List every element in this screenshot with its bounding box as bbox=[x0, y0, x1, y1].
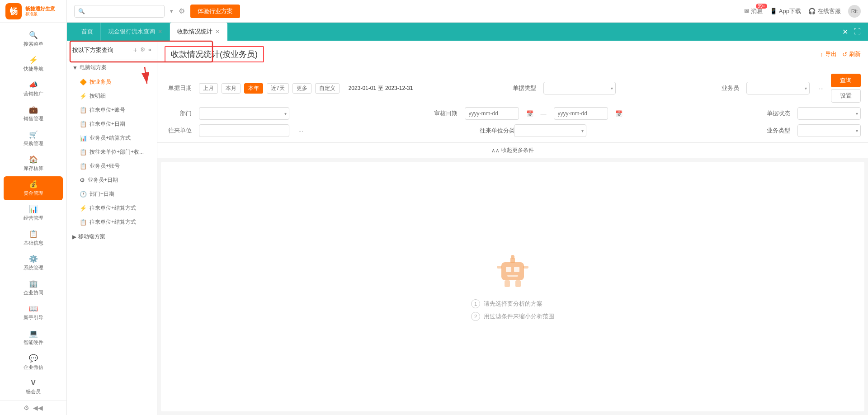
query-btn[interactable]: 查询 bbox=[831, 74, 861, 87]
scheme-item-unit-date[interactable]: 📋 往来单位+日期 bbox=[67, 117, 157, 131]
sidebar-item-finance[interactable]: 💰 资金管理 bbox=[4, 176, 63, 200]
sidebar-item-quick[interactable]: ⚡ 快捷导航 bbox=[4, 52, 63, 76]
tab-receipt[interactable]: 收款情况统计 ✕ bbox=[170, 23, 227, 41]
sidebar-item-enterprise[interactable]: 🏢 企业协同 bbox=[4, 276, 63, 300]
sidebar-item-system[interactable]: ⚙️ 系统管理 bbox=[4, 251, 63, 275]
custom-btn[interactable]: 自定义 bbox=[315, 83, 340, 94]
tabbar-maximize-icon[interactable]: ⛶ bbox=[854, 28, 861, 36]
topbar-search-box[interactable]: 🔍 bbox=[74, 5, 165, 18]
detail-scheme-icon: ⚡ bbox=[80, 93, 87, 99]
biz-type-select[interactable] bbox=[797, 124, 861, 137]
scheme-item-unit-account[interactable]: 📋 往来单位+账号 bbox=[67, 103, 157, 117]
empty-step-1: 1 请先选择要分析的方案 bbox=[471, 299, 554, 308]
tab-home[interactable]: 首页 bbox=[74, 23, 101, 41]
empty-step-2: 2 用过滤条件来缩小分析范围 bbox=[471, 312, 554, 321]
last7-btn[interactable]: 近7天 bbox=[267, 83, 289, 94]
refresh-btn[interactable]: ↺ 刷新 bbox=[842, 50, 861, 58]
salesman-more-btn[interactable]: ··· bbox=[819, 85, 824, 92]
tab-bank[interactable]: 现金银行流水查询 ✕ bbox=[101, 23, 170, 41]
sidebar-item-wechat[interactable]: 💬 企业微信 bbox=[4, 350, 63, 374]
add-scheme-btn[interactable]: + bbox=[133, 46, 137, 54]
review-date-to-icon[interactable]: 📅 bbox=[615, 110, 623, 117]
topbar-gear-icon[interactable]: ⚙ bbox=[179, 7, 185, 15]
svg-rect-2 bbox=[514, 267, 519, 272]
page-actions: ↑ 导出 ↺ 刷新 bbox=[821, 50, 861, 58]
topbar-dropdown-arrow[interactable]: ▾ bbox=[170, 8, 173, 14]
tab-bank-close[interactable]: ✕ bbox=[158, 28, 162, 35]
more-btn[interactable]: 更多 bbox=[292, 83, 311, 94]
review-date-from[interactable] bbox=[465, 107, 519, 120]
scheme-settings-btn[interactable]: ⚙ bbox=[140, 46, 146, 54]
last-month-btn[interactable]: 上月 bbox=[199, 83, 218, 94]
scheme-item-unit-dept-recv[interactable]: 📋 按往来单位+部门+收... bbox=[67, 145, 157, 159]
desktop-expand-icon: ▼ bbox=[72, 65, 78, 71]
export-btn[interactable]: ↑ 导出 bbox=[821, 50, 837, 58]
scheme-item-salesman-account[interactable]: 📋 业务员+账号 bbox=[67, 159, 157, 173]
message-badge: 99+ bbox=[756, 4, 767, 9]
scheme-item-salesman-method[interactable]: 📊 业务员+结算方式 bbox=[67, 131, 157, 145]
page-header: 收款情况统计(按业务员) ↑ 导出 ↺ 刷新 bbox=[157, 41, 868, 68]
sidebar-settings-btn[interactable]: ⚙ bbox=[24, 404, 29, 411]
scheme-item-unit-method1[interactable]: ⚡ 往来单位+结算方式 bbox=[67, 201, 157, 215]
sidebar-logo: 畅 畅捷通好生意 标准版 bbox=[0, 0, 66, 23]
sidebar-item-purchase[interactable]: 🛒 采购管理 bbox=[4, 127, 63, 151]
doc-status-select[interactable] bbox=[797, 107, 861, 120]
sidebar-item-marketing[interactable]: 📣 营销推广 bbox=[4, 77, 63, 101]
user-avatar-btn[interactable]: Rit bbox=[848, 5, 861, 18]
review-date-from-icon[interactable]: 📅 bbox=[526, 110, 533, 117]
salesman-scheme-icon: 🔶 bbox=[80, 79, 87, 85]
export-icon: ↑ bbox=[821, 51, 824, 58]
scheme-collapse-btn[interactable]: « bbox=[148, 46, 151, 54]
sidebar-item-inventory[interactable]: 🏠 库存核算 bbox=[4, 151, 63, 175]
scheme-item-by-salesman[interactable]: 🔶 按业务员 bbox=[67, 75, 157, 89]
scheme-item-by-detail[interactable]: ⚡ 按明细 bbox=[67, 89, 157, 103]
page-title-box: 收款情况统计(按业务员) bbox=[165, 46, 264, 62]
scheme-item-dept-date[interactable]: 🕐 部门+日期 bbox=[67, 187, 157, 201]
doc-type-select[interactable] bbox=[543, 82, 616, 94]
trial-btn[interactable]: 体验行业方案 bbox=[190, 5, 240, 18]
unit-account-icon: 📋 bbox=[80, 107, 87, 113]
sidebar-item-search[interactable]: 🔍 搜索菜单 bbox=[4, 27, 63, 51]
topbar-search-icon: 🔍 bbox=[78, 8, 85, 14]
review-date-to[interactable] bbox=[554, 107, 608, 120]
main-content: 🔍 ▾ ⚙ 体验行业方案 ✉ 消息 99+ 📱 App下载 🎧 在线客服 Rit bbox=[67, 0, 868, 415]
salesman-label: 业务员 bbox=[712, 84, 739, 92]
collapse-more-btn[interactable]: ∧∧ 收起更多条件 bbox=[491, 146, 534, 154]
sidebar-item-operation[interactable]: 📊 经营管理 bbox=[4, 201, 63, 225]
sidebar-collapse-btn[interactable]: ◀◀ bbox=[33, 404, 43, 411]
sidebar-item-sales[interactable]: 💼 销售管理 bbox=[4, 102, 63, 126]
salesman-select-wrap: ▾ bbox=[746, 82, 810, 94]
scheme-item-salesman-date[interactable]: ⚙ 业务员+日期 bbox=[67, 173, 157, 187]
salesman-method-icon: 📊 bbox=[80, 135, 87, 141]
hardware-icon: 💻 bbox=[29, 329, 38, 338]
online-service-btn[interactable]: 🎧 在线客服 bbox=[808, 7, 841, 15]
salesman-select[interactable] bbox=[746, 82, 810, 94]
mobile-expand-icon: ▶ bbox=[72, 234, 76, 240]
tab-receipt-close[interactable]: ✕ bbox=[215, 28, 220, 35]
counterpart-cat-select[interactable] bbox=[514, 124, 586, 137]
sidebar-item-guide[interactable]: 📖 新手引导 bbox=[4, 301, 63, 325]
step-num-1: 1 bbox=[471, 299, 480, 308]
system-icon: ⚙️ bbox=[29, 255, 38, 263]
scheme-item-unit-method2[interactable]: 📋 往来单位+结算方式 bbox=[67, 215, 157, 229]
scheme-group-mobile-title[interactable]: ▶ 移动端方案 bbox=[67, 229, 157, 244]
sidebar-item-member[interactable]: V 畅会员 bbox=[4, 375, 63, 399]
biz-type-label: 业务类型 bbox=[763, 127, 790, 135]
this-month-btn[interactable]: 本月 bbox=[222, 83, 241, 94]
tabbar-close-icon[interactable]: ✕ bbox=[842, 28, 848, 36]
sidebar: 畅 畅捷通好生意 标准版 🔍 搜索菜单 ⚡ 快捷导航 📣 营销推广 💼 销售管理… bbox=[0, 0, 67, 415]
scheme-group-desktop-title[interactable]: ▼ 电脑端方案 bbox=[67, 60, 157, 75]
counterpart-more-btn[interactable]: ··· bbox=[298, 127, 303, 134]
sidebar-item-hardware[interactable]: 💻 智能硬件 bbox=[4, 325, 63, 349]
app-download-btn[interactable]: 📱 App下载 bbox=[770, 7, 801, 15]
settings-filter-btn[interactable]: 设置 bbox=[831, 89, 861, 103]
counterpart-select[interactable] bbox=[199, 124, 289, 137]
sidebar-item-base[interactable]: 📋 基础信息 bbox=[4, 226, 63, 250]
unit-method2-icon: 📋 bbox=[80, 219, 87, 226]
app-logo-text: 畅捷通好生意 标准版 bbox=[25, 5, 55, 17]
dept-select[interactable] bbox=[199, 107, 289, 120]
this-year-btn[interactable]: 本年 bbox=[244, 83, 263, 94]
empty-illustration bbox=[490, 249, 535, 294]
filter-row-2: 部门 ▾ 审核日期 📅 — 📅 单据状态 bbox=[165, 107, 861, 120]
messages-btn[interactable]: ✉ 消息 99+ bbox=[744, 7, 763, 15]
